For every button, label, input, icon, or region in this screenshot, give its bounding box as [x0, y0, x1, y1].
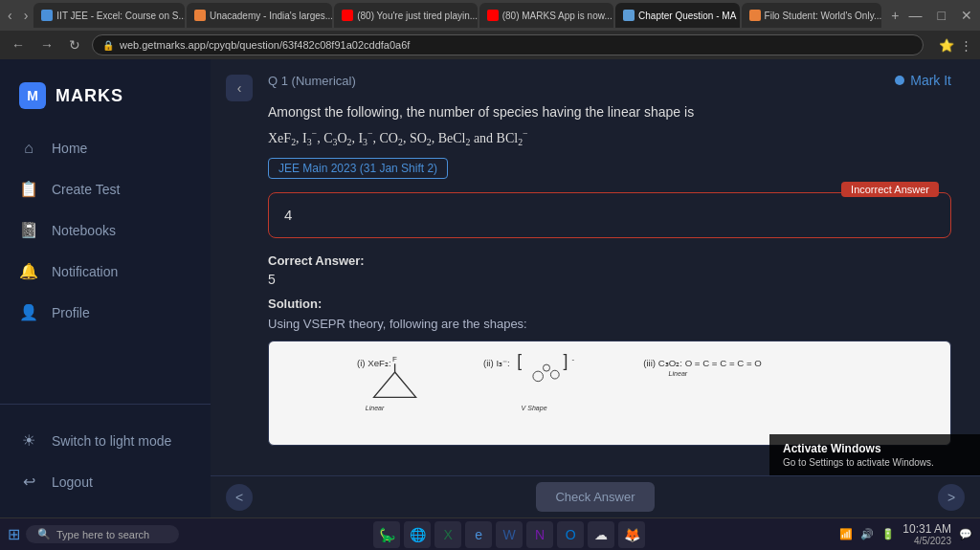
question-header: Q 1 (Numerical) Mark It: [268, 73, 951, 88]
forward-browser-btn[interactable]: ›: [20, 6, 33, 25]
main-content: ‹ Q 1 (Numerical) Mark It Amongst the fo…: [211, 59, 980, 517]
sidebar-item-logout[interactable]: ↩ Logout: [0, 461, 211, 502]
correct-answer-section: Correct Answer: 5: [268, 253, 951, 287]
minimize-btn[interactable]: —: [905, 8, 926, 23]
battery-icon: 🔋: [881, 528, 895, 540]
tab-favicon-filo: [749, 10, 761, 21]
sidebar-item-notebooks[interactable]: 📓 Notebooks: [0, 209, 211, 251]
sidebar-item-switch-light[interactable]: ☀ Switch to light mode: [0, 420, 211, 461]
taskbar-app-chrome[interactable]: 🌐: [404, 521, 431, 548]
search-icon: 🔍: [37, 528, 51, 540]
solution-diagram: (i) XeF₂: F Linear (ii) I₃⁻: [ ] - V Sha…: [278, 351, 941, 435]
notification-icon: 🔔: [19, 262, 38, 280]
taskbar-app-edge[interactable]: e: [465, 521, 492, 548]
back-browser-btn[interactable]: ‹: [4, 6, 16, 25]
notebooks-icon: 📓: [19, 221, 38, 239]
sidebar-item-notification[interactable]: 🔔 Notification: [0, 251, 211, 292]
answer-box: Incorrect Answer 4: [268, 192, 951, 238]
logo-text: MARKS: [56, 86, 123, 106]
svg-text:Linear: Linear: [669, 370, 688, 377]
taskbar-app-dino[interactable]: 🦕: [373, 521, 400, 548]
sidebar-item-create-test[interactable]: 📋 Create Test: [0, 168, 211, 209]
sidebar-label-profile: Profile: [52, 305, 90, 320]
taskbar-app-onenote[interactable]: N: [526, 521, 553, 548]
tab-label-yt1: (80) You're just tired playin...: [357, 11, 477, 21]
taskbar-search[interactable]: 🔍 Type here to search: [26, 525, 179, 543]
svg-text:-: -: [571, 354, 574, 363]
taskbar-app-excel[interactable]: X: [434, 521, 461, 548]
svg-text:]: ]: [564, 351, 568, 370]
svg-marker-1: [374, 372, 416, 397]
tab-favicon-chapter: [623, 10, 635, 21]
prev-arrow[interactable]: <: [226, 484, 253, 511]
more-tools-icon[interactable]: ⋮: [960, 38, 972, 53]
solution-label: Solution:: [268, 297, 951, 311]
forward-nav-btn[interactable]: →: [36, 35, 57, 55]
svg-point-7: [533, 371, 544, 382]
mark-it-label: Mark It: [910, 73, 951, 88]
profile-icon: 👤: [19, 303, 38, 321]
taskbar-app-onedrive[interactable]: ☁: [588, 521, 614, 548]
taskbar-time: 10:31 AM: [902, 522, 951, 536]
next-arrow[interactable]: >: [938, 484, 965, 511]
tab-unacademy[interactable]: Unacademy - India's larges... ✕: [187, 3, 332, 28]
taskbar: ⊞ 🔍 Type here to search 🦕 🌐 X e W N O ☁ …: [0, 517, 980, 550]
tab-iit[interactable]: IIT JEE - Excel: Course on S... ✕: [33, 3, 185, 28]
question-number: Q 1 (Numerical): [268, 74, 356, 88]
taskbar-app-firefox[interactable]: 🦊: [618, 521, 645, 548]
tab-label-chapter: Chapter Question - MA: [638, 11, 736, 21]
maximize-btn[interactable]: □: [934, 8, 949, 23]
question-formula: XeF2, I3−, C3O2, I3−, CO2, SO2, BeCl2 an…: [268, 128, 951, 147]
taskbar-search-text: Type here to search: [56, 529, 149, 540]
solution-image: (i) XeF₂: F Linear (ii) I₃⁻: [ ] - V Sha…: [268, 341, 951, 446]
sidebar-label-home: Home: [52, 141, 87, 156]
activate-title: Activate Windows: [783, 442, 967, 455]
tab-yt2[interactable]: (80) MARKS App is now... ✕: [479, 3, 613, 28]
browser-actions: ⭐ ⋮: [939, 38, 972, 53]
back-nav-btn[interactable]: ←: [8, 35, 29, 55]
windows-activate-banner: Activate Windows Go to Settings to activ…: [769, 434, 980, 475]
svg-text:(ii) I₃⁻:: (ii) I₃⁻:: [483, 358, 510, 368]
sidebar-label-notification: Notification: [52, 264, 118, 279]
sidebar-label-notebooks: Notebooks: [52, 223, 116, 238]
taskbar-clock: 10:31 AM 4/5/2023: [902, 522, 951, 546]
tab-label-unacademy: Unacademy - India's larges...: [210, 11, 332, 21]
tab-favicon-yt2: [487, 10, 499, 21]
taskbar-app-outlook[interactable]: O: [557, 521, 584, 548]
reload-btn[interactable]: ↻: [65, 35, 84, 55]
tab-yt1[interactable]: (80) You're just tired playin... ✕: [334, 3, 477, 28]
correct-answer-label: Correct Answer:: [268, 253, 951, 268]
tab-filo[interactable]: Filo Student: World's Only... ✕: [742, 3, 882, 28]
sidebar-item-home[interactable]: ⌂ Home: [0, 128, 211, 168]
sidebar: M MARKS ⌂ Home 📋 Create Test 📓 Notebooks…: [0, 59, 211, 517]
windows-start-icon[interactable]: ⊞: [8, 525, 20, 543]
mark-it-dot-icon: [895, 76, 904, 85]
svg-text:V Shape: V Shape: [522, 404, 547, 411]
extensions-icon[interactable]: ⭐: [939, 38, 954, 53]
back-button[interactable]: ‹: [226, 75, 253, 101]
close-window-btn[interactable]: ✕: [957, 8, 976, 23]
svg-point-9: [550, 370, 559, 379]
logo-icon: M: [19, 82, 46, 109]
user-answer: 4: [284, 207, 292, 223]
svg-point-8: [543, 364, 549, 371]
svg-text:F: F: [392, 354, 397, 363]
svg-text:[: [: [517, 351, 522, 370]
sidebar-item-profile[interactable]: 👤 Profile: [0, 292, 211, 333]
taskbar-app-word[interactable]: W: [496, 521, 523, 548]
notification-tray-icon[interactable]: 💬: [959, 528, 972, 540]
sidebar-nav: ⌂ Home 📋 Create Test 📓 Notebooks 🔔 Notif…: [0, 128, 211, 404]
incorrect-label: Incorrect Answer: [841, 182, 939, 197]
url-bar[interactable]: 🔒 web.getmarks.app/cpyqb/question/63f482…: [92, 34, 924, 55]
sidebar-logo: M MARKS: [0, 75, 211, 128]
taskbar-date: 4/5/2023: [902, 536, 951, 546]
tab-favicon-unacademy: [194, 10, 206, 21]
mark-it-button[interactable]: Mark It: [895, 73, 951, 88]
tab-chapter[interactable]: Chapter Question - MA ✕: [615, 3, 740, 28]
new-tab-btn[interactable]: +: [887, 6, 902, 25]
sidebar-label-switch-light: Switch to light mode: [52, 433, 171, 449]
tab-label-filo: Filo Student: World's Only...: [765, 11, 882, 21]
bottom-nav: < Check Answer >: [211, 475, 980, 517]
tab-favicon-iit: [41, 10, 53, 21]
check-answer-button[interactable]: Check Answer: [536, 482, 654, 512]
